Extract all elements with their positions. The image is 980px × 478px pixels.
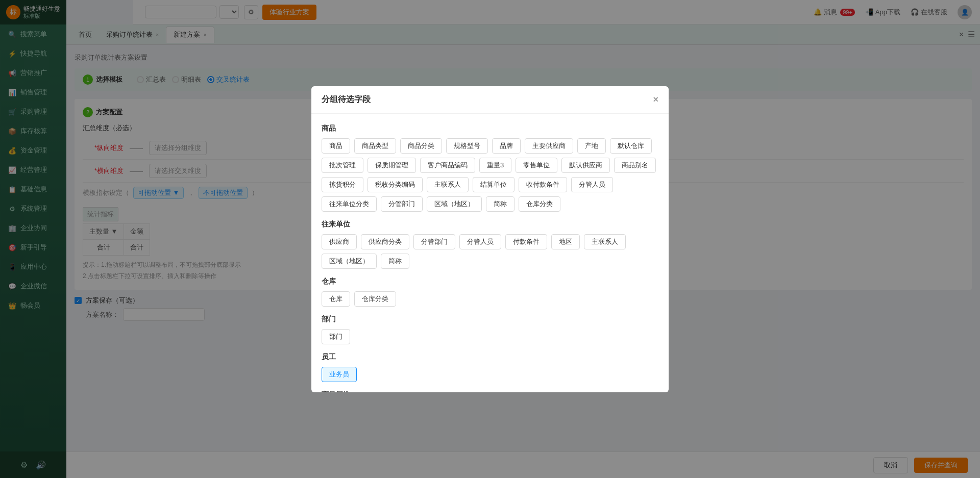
field-tag-abbr2[interactable]: 简称 [381,254,409,269]
field-tag-default-warehouse[interactable]: 默认仓库 [610,138,652,154]
field-tag-origin[interactable]: 产地 [577,138,606,154]
field-tag-main-contact[interactable]: 主联系人 [427,177,469,192]
section-title-warehouse: 仓库 [322,277,658,286]
section-title-product: 商品 [322,124,658,133]
field-tag-product-alias[interactable]: 商品别名 [614,158,656,173]
field-tag-product[interactable]: 商品 [322,138,350,154]
field-tag-supervising-dept[interactable]: 分管部门 [413,234,455,249]
field-tag-supervisor[interactable]: 分管人员 [571,177,613,192]
modal-close-button[interactable]: × [653,95,658,104]
field-tag-main-contact2[interactable]: 主联系人 [584,234,626,249]
field-tag-supplier[interactable]: 供应商 [322,234,357,249]
modal-overlay: 分组待选字段 × 商品 商品 商品类型 商品分类 规格型号 品牌 主要供应商 产… [0,0,980,478]
field-tag-region2[interactable]: 区域（地区） [322,254,377,269]
field-tag-product-category[interactable]: 商品分类 [400,138,442,154]
field-tag-abbr[interactable]: 简称 [486,196,514,212]
field-tag-default-supplier[interactable]: 默认供应商 [561,158,610,173]
field-tag-settlement-unit[interactable]: 结算单位 [473,177,514,192]
section-title-product-attrs: 商品属性 [322,390,658,392]
field-tag-counterpart-category[interactable]: 往来单位分类 [322,196,377,212]
field-tag-tax-code[interactable]: 税收分类编码 [368,177,423,192]
modal-title: 分组待选字段 [322,94,371,105]
field-tag-pick-score[interactable]: 拣货积分 [322,177,363,192]
employee-fields: 业务员 [322,367,658,382]
product-fields: 商品 商品类型 商品分类 规格型号 品牌 主要供应商 产地 默认仓库 批次管理 … [322,138,658,212]
field-tag-supplier-category[interactable]: 供应商分类 [361,234,409,249]
modal-dialog: 分组待选字段 × 商品 商品 商品类型 商品分类 规格型号 品牌 主要供应商 产… [311,86,669,392]
field-tag-pay-terms[interactable]: 付款条件 [505,234,547,249]
field-tag-main-supplier[interactable]: 主要供应商 [525,138,573,154]
field-tag-salesperson[interactable]: 业务员 [322,367,357,382]
field-tag-product-type[interactable]: 商品类型 [354,138,396,154]
field-tag-supervising-person[interactable]: 分管人员 [459,234,501,249]
field-tag-warehouse-cat[interactable]: 仓库分类 [354,291,396,307]
modal-header: 分组待选字段 × [311,86,669,114]
field-tag-dept[interactable]: 分管部门 [381,196,423,212]
dept-fields: 部门 [322,329,658,344]
field-tag-warehouse[interactable]: 仓库 [322,291,350,307]
counterpart-fields: 供应商 供应商分类 分管部门 分管人员 付款条件 地区 主联系人 区域（地区） … [322,234,658,269]
modal-body[interactable]: 商品 商品 商品类型 商品分类 规格型号 品牌 主要供应商 产地 默认仓库 批次… [311,114,669,392]
field-tag-retail-unit[interactable]: 零售单位 [516,158,557,173]
field-tag-customer-code[interactable]: 客户商品编码 [420,158,475,173]
field-tag-shelf-life[interactable]: 保质期管理 [368,158,416,173]
warehouse-fields: 仓库 仓库分类 [322,291,658,307]
field-tag-weight3[interactable]: 重量3 [479,158,511,173]
section-title-employee: 员工 [322,353,658,362]
field-tag-batch[interactable]: 批次管理 [322,158,363,173]
field-tag-department[interactable]: 部门 [322,329,350,344]
field-tag-warehouse-category[interactable]: 仓库分类 [519,196,560,212]
field-tag-area[interactable]: 地区 [551,234,580,249]
field-tag-payment-terms[interactable]: 收付款条件 [519,177,567,192]
field-tag-region[interactable]: 区域（地区） [427,196,482,212]
field-tag-spec-model[interactable]: 规格型号 [446,138,488,154]
section-title-dept: 部门 [322,315,658,324]
field-tag-brand[interactable]: 品牌 [492,138,521,154]
section-title-counterpart: 往来单位 [322,220,658,229]
